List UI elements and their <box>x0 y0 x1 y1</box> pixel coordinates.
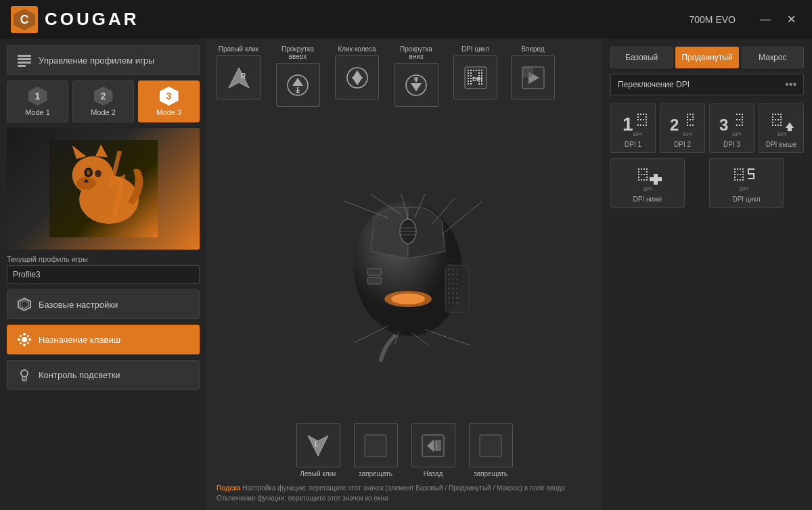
right-click-box[interactable]: R <box>217 55 261 99</box>
svg-rect-176 <box>742 124 743 126</box>
svg-rect-139 <box>637 116 639 118</box>
wheel-click-label: Клик колеса <box>338 45 376 53</box>
back-box[interactable] <box>411 423 455 467</box>
svg-rect-219 <box>742 168 744 170</box>
basic-settings-button[interactable]: Базовые настройки <box>7 289 200 319</box>
close-button[interactable]: ✕ <box>782 10 801 28</box>
svg-rect-56 <box>468 75 469 76</box>
mode2-button[interactable]: 2 Mode 2 <box>72 80 134 122</box>
svg-rect-98 <box>456 278 458 280</box>
right-panel: Базовый Продвинутый Макрос Переключение … <box>602 39 812 510</box>
dpi-cycle-label: DPI цикл <box>461 45 489 53</box>
right-click-group: Правый клик R <box>217 45 261 99</box>
wheel-click-box[interactable] <box>335 55 379 99</box>
profile-section: Текущий профиль игры <box>7 255 200 284</box>
svg-text:DPI: DPI <box>683 131 692 137</box>
svg-rect-115 <box>367 277 381 284</box>
forbid1-box[interactable] <box>354 423 398 467</box>
cougar-cat-icon <box>49 138 158 239</box>
svg-text:3: 3 <box>719 116 728 134</box>
svg-rect-163 <box>692 124 694 126</box>
tab-basic[interactable]: Базовый <box>610 47 673 68</box>
dpi-dots[interactable]: ••• <box>785 78 796 91</box>
svg-point-13 <box>87 170 90 175</box>
svg-rect-146 <box>637 124 639 126</box>
mode3-button[interactable]: 3 Mode 3 <box>138 80 200 122</box>
svg-rect-181 <box>780 114 782 115</box>
svg-text:DPI: DPI <box>472 76 482 83</box>
svg-point-23 <box>28 338 31 341</box>
svg-rect-223 <box>737 174 738 175</box>
svg-text:C: C <box>20 12 29 26</box>
scroll-down-label: Прокрутка вниз <box>392 45 440 60</box>
scroll-up-label: Прокрутка вверх <box>274 45 321 60</box>
scroll-up-box[interactable] <box>276 63 320 107</box>
svg-rect-211 <box>644 179 645 181</box>
profile-label: Текущий профиль игры <box>7 255 200 263</box>
basic-settings-label: Базовые настройки <box>39 300 118 310</box>
manage-profile-button[interactable]: Управление профилем игры <box>7 45 200 75</box>
left-click-box[interactable]: L <box>296 423 340 467</box>
svg-rect-188 <box>772 122 773 123</box>
forbid2-box[interactable] <box>469 423 513 467</box>
svg-rect-203 <box>638 174 639 175</box>
mode1-label: Mode 1 <box>25 108 50 116</box>
svg-rect-99 <box>448 283 450 285</box>
dpi1-card[interactable]: 1 DPI DPI 1 <box>610 103 656 153</box>
svg-rect-145 <box>646 122 647 123</box>
svg-rect-172 <box>742 119 743 120</box>
tab-macro[interactable]: Макрос <box>742 47 804 68</box>
top-button-row: Правый клик R Прокрутка вверх <box>217 45 592 107</box>
svg-rect-169 <box>742 116 743 118</box>
dpi-lower-card[interactable]: DPI DPI ниже <box>610 158 685 208</box>
svg-rect-183 <box>780 116 782 118</box>
dpi3-card[interactable]: 3 DPI DPI 3 <box>709 103 754 153</box>
svg-text:DPI: DPI <box>740 186 748 192</box>
svg-point-16 <box>95 170 102 177</box>
key-assign-button[interactable]: Назначение клавиш <box>7 325 200 354</box>
svg-rect-149 <box>646 124 647 126</box>
svg-rect-230 <box>740 179 741 181</box>
svg-rect-155 <box>687 116 688 118</box>
dpi-cycle-box[interactable]: DPI <box>453 55 497 99</box>
svg-rect-96 <box>448 278 450 280</box>
svg-rect-114 <box>367 269 381 275</box>
svg-rect-109 <box>452 297 454 299</box>
svg-rect-198 <box>641 168 642 170</box>
dpi-cycle-group: DPI цикл DPI <box>453 45 497 99</box>
minimize-button[interactable]: — <box>754 11 776 28</box>
profile-input[interactable] <box>7 265 200 284</box>
dpi-higher-card[interactable]: DPI DPI выше <box>759 103 804 153</box>
forward-label: Вперед <box>521 45 544 53</box>
mode1-button[interactable]: 1 Mode 1 <box>7 80 68 122</box>
dpi3-label: DPI 3 <box>723 141 740 148</box>
svg-text:L: L <box>315 440 319 448</box>
sidebar: Управление профилем игры 1 Mode 1 2 Mode… <box>0 39 206 510</box>
svg-rect-207 <box>638 177 639 178</box>
dpi2-card[interactable]: 2 DPI DPI 2 <box>660 103 705 153</box>
svg-rect-105 <box>448 292 450 294</box>
left-click-icon: L <box>305 433 331 459</box>
svg-rect-6 <box>18 65 26 67</box>
window-controls: 700M EVO — ✕ <box>690 10 801 28</box>
hint-label: Подска Настройка функции: перетащите это… <box>217 484 565 492</box>
svg-rect-218 <box>740 168 741 170</box>
svg-rect-178 <box>772 114 773 115</box>
svg-rect-205 <box>644 174 645 175</box>
tab-advanced[interactable]: Продвинутый <box>675 47 738 68</box>
key-assign-icon <box>17 332 32 347</box>
forward-box[interactable] <box>511 55 555 99</box>
dpi-cycle-card-icon: DPI <box>729 164 763 193</box>
svg-rect-227 <box>742 177 744 178</box>
svg-point-20 <box>23 333 26 335</box>
svg-point-22 <box>18 338 20 341</box>
dpi-cycle-card[interactable]: DPI DPI цикл <box>709 158 784 208</box>
svg-rect-104 <box>456 287 458 289</box>
svg-rect-50 <box>478 70 480 71</box>
svg-rect-47 <box>470 70 472 71</box>
scroll-down-box[interactable] <box>394 63 438 107</box>
svg-rect-167 <box>739 114 740 115</box>
backlight-button[interactable]: Контроль подсветки <box>7 360 200 390</box>
forbid2-group: запрещать <box>469 423 513 478</box>
wheel-click-group: Клик колеса <box>335 45 379 99</box>
